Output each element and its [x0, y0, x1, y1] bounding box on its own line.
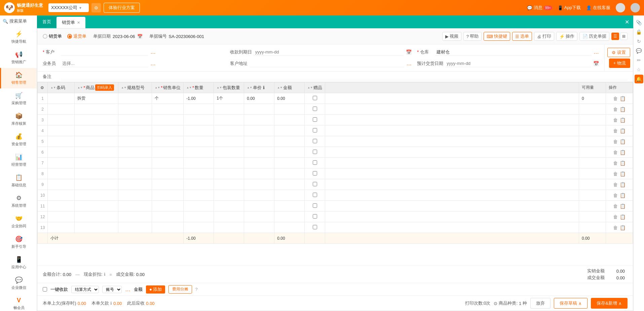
right-icon-attach[interactable]: 📎 — [635, 18, 643, 27]
sidebar-item-purchase[interactable]: 🛒 采购管理 — [0, 88, 37, 109]
row-pkg-qty[interactable]: 1个 — [214, 93, 244, 104]
row-qty[interactable]: -1.00 — [184, 93, 214, 104]
copy-icon[interactable]: 📋 — [620, 214, 626, 220]
copy-icon[interactable]: 📋 — [620, 150, 626, 155]
sidebar-item-newbie[interactable]: 🎯 新手引导 — [0, 232, 37, 252]
shortcut-btn[interactable]: ⌨ 快捷键 — [484, 32, 510, 41]
row-barcode[interactable] — [48, 93, 75, 104]
row-gift-cell[interactable] — [305, 93, 325, 104]
tab-sales-order[interactable]: 销货单 ✕ — [56, 17, 85, 28]
warehouse-input[interactable] — [435, 48, 592, 56]
right-icon-star[interactable]: ☆ — [635, 65, 643, 74]
sidebar-item-sales[interactable]: 🏠 销售管理 — [0, 68, 37, 88]
tab-close-icon[interactable]: ✕ — [77, 21, 80, 25]
sidebar-item-inventory[interactable]: 📦 库存核算 — [0, 109, 37, 129]
settings-button[interactable]: ⚙ 设置 — [607, 48, 630, 57]
copy-icon[interactable]: 📋 — [620, 117, 626, 123]
customer-addr-input[interactable] — [250, 60, 405, 67]
sidebar-item-operation[interactable]: 📊 经营管理 — [0, 150, 37, 170]
right-icon-lock[interactable]: 🔒 — [635, 28, 643, 36]
expected-date-calendar-icon[interactable]: 📅 — [593, 61, 599, 66]
right-icon-edit[interactable]: ✏ — [635, 56, 643, 65]
logistics-button[interactable]: + 物流 — [609, 59, 630, 68]
date-calendar-icon[interactable]: 📅 — [137, 34, 143, 39]
account-dots-btn[interactable]: … — [125, 287, 130, 292]
one-click-payment-checkbox[interactable] — [43, 287, 47, 291]
calc-method-select[interactable]: 结算方式 — [71, 286, 99, 293]
experience-button[interactable]: 体验行业方案 — [104, 3, 140, 13]
company-selector[interactable]: XXXXXX公司 ▼ — [48, 3, 89, 12]
delete-icon[interactable]: 🗑 — [613, 225, 618, 230]
discard-button[interactable]: 放弃 — [530, 298, 551, 309]
delete-icon[interactable]: 🗑 — [613, 117, 618, 123]
row-gift-checkbox[interactable] — [313, 96, 317, 100]
avatar[interactable] — [616, 3, 625, 12]
account-select[interactable]: 账号 — [102, 286, 122, 293]
view-grid-btn[interactable]: ⊞ — [620, 33, 628, 40]
delete-icon[interactable]: 🗑 — [613, 150, 618, 155]
row-unit-price[interactable]: 0.00 — [244, 93, 274, 104]
sidebar-item-basic[interactable]: 📋 基础信息 — [0, 170, 37, 191]
row-remark[interactable] — [325, 93, 579, 104]
radio-sale[interactable]: 销货单 — [43, 33, 62, 39]
sidebar-item-quick-nav[interactable]: ⚡ 快捷导航 — [0, 27, 37, 47]
delete-icon[interactable]: 🗑 — [613, 107, 618, 112]
discount-help-icon[interactable]: ℹ — [104, 272, 106, 277]
copy-icon[interactable]: 📋 — [620, 193, 626, 198]
delete-icon[interactable]: 🗑 — [613, 96, 618, 101]
customer-input[interactable] — [61, 48, 148, 56]
copy-icon[interactable]: 📋 — [620, 203, 626, 209]
copy-icon[interactable]: 📋 — [620, 96, 626, 101]
topbar-gear-button[interactable]: ⚙ — [91, 3, 101, 12]
right-icon-notification[interactable]: 🔔 — [635, 75, 643, 83]
copy-icon[interactable]: 📋 — [620, 128, 626, 133]
right-icon-comment[interactable]: 💬 — [635, 46, 643, 55]
save-draft-button[interactable]: 保存草稿 ∧ — [554, 298, 588, 309]
avatar2[interactable] — [631, 3, 640, 12]
add-payment-button[interactable]: ● 添加 — [146, 285, 165, 294]
row-spec[interactable] — [118, 93, 152, 104]
close-all-tabs-button[interactable]: ✕ — [621, 19, 633, 25]
row-amount[interactable]: 0.00 — [274, 93, 305, 104]
payment-due-calendar-icon[interactable]: 📅 — [406, 49, 412, 55]
tab-home[interactable]: 首页 — [37, 16, 56, 28]
fee-help-icon[interactable]: ? — [195, 287, 198, 292]
row-unit[interactable]: 个 — [152, 93, 184, 104]
online-service-button[interactable]: 👤 在线客服 — [586, 5, 610, 11]
sidebar-item-appstore[interactable]: 📱 应用中心 — [0, 252, 37, 273]
message-button[interactable]: 💬 消息 99+ — [527, 5, 552, 11]
radio-return[interactable]: 退货单 — [67, 33, 86, 39]
video-btn[interactable]: ▶ 视频 — [442, 32, 461, 41]
scan-button[interactable]: 扫码录入 — [95, 84, 114, 91]
delete-icon[interactable]: 🗑 — [613, 128, 618, 133]
select-order-btn[interactable]: ☰ 选单 — [512, 32, 532, 41]
copy-icon[interactable]: 📋 — [620, 139, 626, 144]
th-settings[interactable]: ⚙ — [38, 82, 48, 93]
delete-icon[interactable]: 🗑 — [613, 182, 618, 187]
save-new-button[interactable]: 保存&新增 ∧ — [591, 298, 628, 309]
action-btn[interactable]: ⚡ 操作 — [556, 32, 577, 41]
help-btn[interactable]: ? 帮助 — [463, 32, 482, 41]
fee-split-button[interactable]: 费用分摊 — [168, 285, 192, 294]
right-icon-refresh[interactable]: ↻ — [635, 37, 643, 46]
sidebar-item-weixin[interactable]: 💬 企业微信 — [0, 273, 37, 294]
deficit-help-icon[interactable]: ℹ — [110, 301, 112, 306]
payment-due-input[interactable] — [254, 48, 404, 56]
copy-icon[interactable]: 📋 — [620, 160, 626, 166]
print-btn[interactable]: 🖨 打印 — [534, 32, 554, 41]
warehouse-dots-btn[interactable]: … — [594, 49, 599, 55]
copy-icon[interactable]: 📋 — [620, 171, 626, 177]
sidebar-item-marketing[interactable]: 📢 营销推广 — [0, 47, 37, 68]
sidebar-item-capital[interactable]: 💰 资金管理 — [0, 129, 37, 150]
note-input[interactable] — [61, 73, 628, 80]
view-list-btn[interactable]: ☰ — [611, 33, 619, 40]
history-btn[interactable]: 📄 历史单据 — [579, 32, 609, 41]
app-download-button[interactable]: 📱 App下载 — [558, 5, 581, 11]
delete-icon[interactable]: 🗑 — [613, 171, 618, 177]
row-product[interactable]: 拆货 — [75, 93, 118, 104]
copy-icon[interactable]: 📋 — [620, 182, 626, 187]
sidebar-item-system[interactable]: ⚙ 系统管理 — [0, 191, 37, 211]
expected-date-input[interactable] — [445, 60, 591, 67]
copy-icon[interactable]: 📋 — [620, 107, 626, 112]
copy-icon[interactable]: 📋 — [620, 225, 626, 230]
